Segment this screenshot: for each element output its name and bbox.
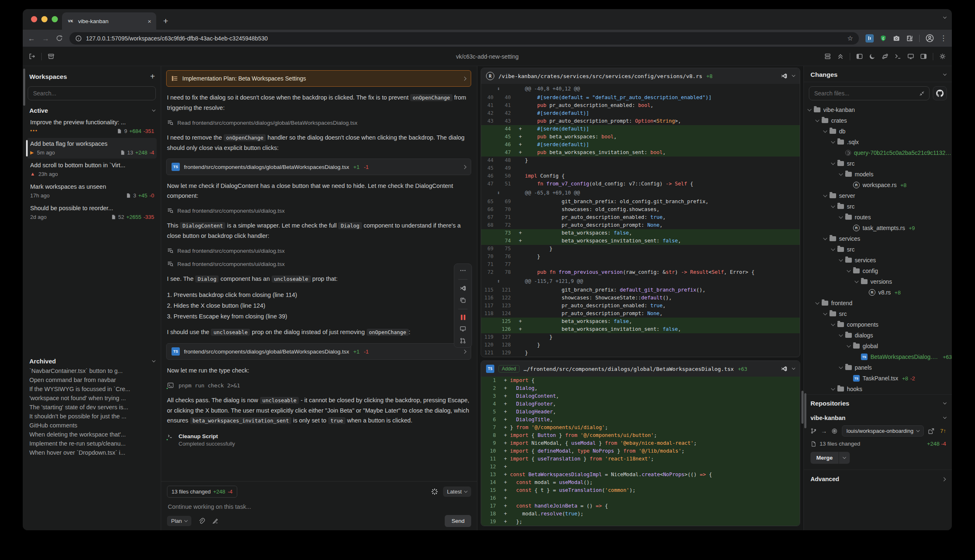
tree-row[interactable]: src (804, 244, 952, 255)
tool-call-row[interactable]: Read frontend/src/components/ui/dialog.t… (167, 207, 470, 214)
implementation-plan-banner[interactable]: Implementation Plan: Beta Workspaces Set… (166, 70, 471, 87)
archived-section-header[interactable]: Archived (23, 355, 161, 366)
expand-hunk-icon[interactable]: ↕ (481, 84, 516, 94)
tree-row[interactable]: routes (804, 212, 952, 223)
collapse-all-icon[interactable] (837, 53, 844, 60)
gear-icon[interactable] (939, 53, 946, 60)
advanced-section[interactable]: Advanced (804, 470, 952, 488)
site-info-icon[interactable] (75, 35, 82, 42)
browser-tab[interactable]: VK vibe-kanban × (62, 12, 156, 30)
archived-workspace-item[interactable]: GitHub comments (23, 421, 161, 430)
send-button[interactable]: Send (445, 515, 471, 527)
vscode-icon[interactable] (781, 73, 787, 79)
tree-row[interactable]: dialogs (804, 330, 952, 341)
tree-row[interactable]: hooks (804, 384, 952, 394)
tree-row[interactable]: server (804, 190, 952, 201)
chevron-down-icon[interactable] (943, 72, 946, 76)
minimize-window-button[interactable] (41, 16, 48, 22)
tree-row[interactable]: src (804, 308, 952, 319)
cleanup-script-row[interactable]: Cleanup Script Completed successfully (167, 433, 470, 447)
version-dropdown[interactable]: Latest (443, 486, 471, 497)
more-options-icon[interactable] (460, 267, 466, 274)
export-icon[interactable] (29, 53, 36, 60)
tree-row[interactable]: .sqlx (804, 137, 952, 147)
pen-icon[interactable] (212, 517, 219, 524)
add-workspace-button[interactable]: + (150, 72, 155, 81)
theme-moon-icon[interactable] (869, 53, 876, 60)
workspace-list-item[interactable]: Add beta flag for workspaces ▶ 5m ago 13… (27, 138, 157, 159)
tree-row[interactable]: panels (804, 362, 952, 373)
monitor-icon[interactable] (460, 325, 466, 332)
tree-row[interactable]: components (804, 319, 952, 330)
tab-close-icon[interactable]: × (148, 18, 151, 25)
archived-workspace-item[interactable]: `NavbarContainer.tsx` button to g... (23, 366, 161, 375)
tree-row[interactable]: task_attempts.rs +9 (804, 223, 952, 233)
tree-row[interactable]: services (804, 255, 952, 266)
tool-call-row[interactable]: Read frontend/src/components/ui/dialog.t… (167, 247, 470, 254)
maximize-window-button[interactable] (52, 16, 58, 22)
monitor-icon[interactable] (907, 53, 914, 60)
diff-scrollbar[interactable] (801, 391, 803, 424)
profile-avatar-icon[interactable] (925, 34, 934, 43)
workspace-list-item[interactable]: Mark workspaces as unseen 17h ago 3 +45 … (27, 181, 157, 202)
active-section-header[interactable]: Active (23, 104, 161, 116)
extension-shield-icon[interactable]: £ (880, 35, 887, 42)
tree-row[interactable]: models (804, 169, 952, 180)
archived-workspace-item[interactable]: It shouldn't be possible for just the ..… (23, 412, 161, 421)
tree-row[interactable]: TaskPanel.tsx +8 -2 (804, 373, 952, 384)
tree-row[interactable]: global (804, 341, 952, 351)
file-diff-card[interactable]: TS frontend/src/components/dialogs/globa… (166, 343, 471, 360)
tree-row[interactable]: versions (804, 276, 952, 287)
chevron-down-icon[interactable] (792, 74, 795, 77)
workspace-list-item[interactable]: Improve the preview functionality: ... •… (27, 116, 157, 137)
chevron-down-icon[interactable] (943, 401, 946, 404)
file-search-input[interactable] (813, 90, 915, 97)
new-tab-button[interactable]: + (160, 15, 172, 27)
external-link-icon[interactable] (928, 428, 934, 434)
archived-workspace-item[interactable]: 'workspace not found' when trying ... (23, 394, 161, 403)
tree-row[interactable]: src (804, 201, 952, 212)
tree-row[interactable]: BetaWorkspacesDialog.tsx +63 (804, 351, 952, 362)
mode-dropdown[interactable]: Plan (167, 516, 191, 526)
copy-icon[interactable] (460, 297, 466, 304)
chevron-down-icon[interactable] (792, 366, 795, 370)
expand-hunk-icon[interactable]: ↕ (481, 188, 516, 198)
archived-workspace-item[interactable]: If the WYSIWYG is focussed in `Cre... (23, 384, 161, 394)
tree-row[interactable]: v8.rs +8 (804, 287, 952, 298)
extensions-puzzle-icon[interactable] (906, 35, 913, 42)
tree-row[interactable]: src (804, 158, 952, 169)
terminal-icon[interactable] (894, 53, 901, 60)
conversation-scroll[interactable]: Implementation Plan: Beta Workspaces Set… (161, 66, 477, 481)
workspace-list-item[interactable]: Should be possible to reorder... 2d ago … (27, 202, 157, 223)
archived-workspace-item[interactable]: The 'starting' state of dev servers is..… (23, 403, 161, 412)
tree-row[interactable]: workspace.rs +8 (804, 180, 952, 190)
terminal-command-row[interactable]: pnpm run check 2>&1 (167, 382, 470, 389)
tree-row[interactable]: crates (804, 115, 952, 126)
tree-row[interactable]: frontend (804, 298, 952, 308)
diff-header[interactable]: TS Added …/frontend/src/components/dialo… (481, 361, 800, 377)
pause-icon[interactable] (461, 315, 465, 320)
forward-icon[interactable]: → (42, 35, 49, 42)
reload-icon[interactable] (56, 35, 63, 42)
collapse-tree-icon[interactable] (919, 90, 925, 97)
diff-header[interactable]: R /vibe-kanban/crates/services/src/servi… (481, 68, 800, 84)
workspace-search-input[interactable] (28, 86, 156, 100)
changes-scrollbar[interactable] (804, 393, 806, 428)
browser-menu-icon[interactable]: ⋮ (940, 34, 947, 43)
merge-button[interactable]: Merge (811, 452, 839, 464)
tree-row[interactable]: services (804, 233, 952, 244)
file-diff-card[interactable]: TS frontend/src/components/dialogs/globa… (166, 159, 471, 175)
tree-row[interactable]: config (804, 266, 952, 276)
back-icon[interactable]: ← (28, 35, 35, 42)
address-bar[interactable]: 127.0.0.1:57095/workspaces/c63c9fd6-dfb8… (69, 32, 859, 45)
git-compare-icon[interactable] (882, 53, 889, 60)
extension-blue-icon[interactable] (865, 34, 874, 43)
archived-workspace-item[interactable]: When deleting the workspace that'... (23, 430, 161, 439)
archived-workspace-item[interactable]: When hover over `Dropdown.tsx` i... (23, 448, 161, 457)
merge-options-button[interactable] (839, 452, 850, 464)
extension-camera-icon[interactable] (893, 35, 900, 42)
tree-row[interactable]: query-70b21c5c0a2ba5c21c9c1132f14a68 (804, 147, 952, 158)
tree-row[interactable]: vibe-kanban (804, 104, 952, 115)
workspace-list-item[interactable]: Add scroll to bottom button in `Virt... … (27, 159, 157, 180)
sidebar-scrollbar[interactable] (23, 69, 25, 106)
